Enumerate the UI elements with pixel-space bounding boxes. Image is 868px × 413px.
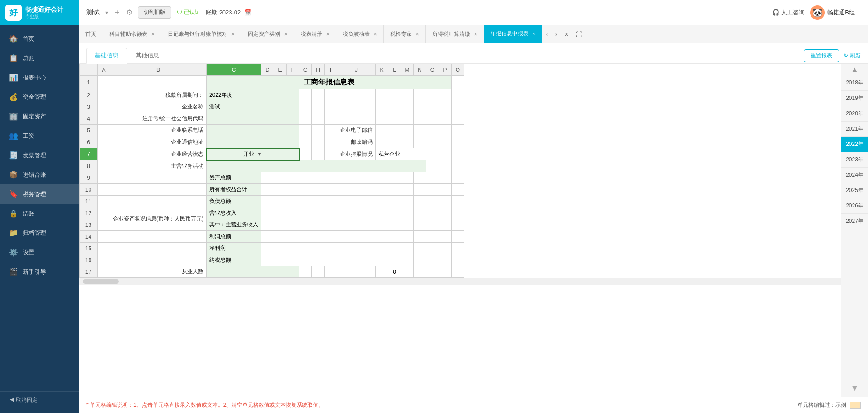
tab-tax-return[interactable]: 税表清册 ✕ bbox=[294, 25, 336, 43]
cell-14C[interactable]: 利润总额 bbox=[207, 231, 261, 243]
cell-3M[interactable] bbox=[401, 101, 414, 113]
cell-5I[interactable] bbox=[325, 125, 337, 136]
tab-journal-bank[interactable]: 日记账与银行对账单核对 ✕ bbox=[161, 25, 241, 43]
sidebar-item-tax[interactable]: 🔖 税务管理 bbox=[0, 184, 79, 204]
cell-7H[interactable] bbox=[312, 148, 325, 160]
cell-17M[interactable] bbox=[401, 266, 414, 278]
cell-17O[interactable] bbox=[426, 266, 439, 278]
sidebar-item-inventory[interactable]: 📦 进销台账 bbox=[0, 165, 79, 184]
cell-5G[interactable] bbox=[299, 125, 312, 136]
cell-3G[interactable] bbox=[299, 101, 312, 113]
tab-close-icon[interactable]: ✕ bbox=[474, 32, 477, 37]
cell-5M[interactable] bbox=[401, 125, 414, 136]
cell-17G[interactable] bbox=[299, 266, 312, 278]
cell-3L[interactable] bbox=[388, 101, 401, 113]
tab-tax-fluctuation[interactable]: 税负波动表 ✕ bbox=[336, 25, 384, 43]
cell-14N[interactable] bbox=[414, 231, 426, 243]
cell-9C[interactable]: 资产总额 bbox=[207, 172, 261, 184]
cell-7Q[interactable] bbox=[452, 148, 464, 160]
cell-8P[interactable] bbox=[439, 160, 452, 172]
sidebar-item-invoice[interactable]: 🧾 发票管理 bbox=[0, 145, 79, 165]
cell-11O[interactable] bbox=[426, 196, 439, 207]
cell-5B[interactable]: 企业联系电话 bbox=[110, 125, 207, 136]
col-header-F[interactable]: F bbox=[287, 64, 299, 76]
col-header-L[interactable]: L bbox=[388, 64, 401, 76]
switch-oldver-button[interactable]: 切到旧版 bbox=[138, 6, 171, 19]
refresh-button[interactable]: ↻ 刷新 bbox=[844, 52, 861, 60]
cell-4O[interactable] bbox=[426, 113, 439, 125]
cell-13D[interactable] bbox=[261, 219, 414, 231]
cell-3I[interactable] bbox=[325, 101, 337, 113]
cell-4H[interactable] bbox=[312, 113, 325, 125]
cell-7J[interactable]: 企业控股情况 bbox=[337, 148, 376, 160]
cell-2M[interactable] bbox=[401, 89, 414, 101]
cell-6Q[interactable] bbox=[452, 136, 464, 148]
cell-3J[interactable] bbox=[337, 101, 376, 113]
cell-14O[interactable] bbox=[426, 231, 439, 243]
cell-3Q[interactable] bbox=[452, 101, 464, 113]
cell-3P[interactable] bbox=[439, 101, 452, 113]
cell-5Q[interactable] bbox=[452, 125, 464, 136]
cell-15A[interactable] bbox=[98, 243, 110, 254]
cell-9N[interactable] bbox=[414, 172, 426, 184]
cell-4A[interactable] bbox=[98, 113, 110, 125]
tab-close-icon[interactable]: ✕ bbox=[151, 32, 155, 37]
col-header-E[interactable]: E bbox=[274, 64, 287, 76]
cell-5N[interactable] bbox=[414, 125, 426, 136]
tab-close-icon[interactable]: ✕ bbox=[532, 31, 536, 36]
cell-11B[interactable] bbox=[110, 196, 207, 207]
cell-6A[interactable] bbox=[98, 136, 110, 148]
col-header-H[interactable]: H bbox=[312, 64, 325, 76]
row-header[interactable]: 5 bbox=[80, 125, 98, 136]
cell-5L[interactable] bbox=[388, 125, 401, 136]
year-item-2023[interactable]: 2023年 bbox=[841, 152, 868, 168]
cell-6C[interactable] bbox=[207, 136, 299, 148]
col-header-N[interactable]: N bbox=[414, 64, 426, 76]
topbar-add-button[interactable]: ＋ bbox=[113, 8, 121, 17]
cell-10B[interactable] bbox=[110, 184, 207, 196]
row-header[interactable]: 4 bbox=[80, 113, 98, 125]
cell-15D[interactable] bbox=[261, 243, 414, 254]
cell-16C[interactable]: 纳税总额 bbox=[207, 254, 261, 266]
cell-6G[interactable] bbox=[299, 136, 312, 148]
cell-13Q[interactable] bbox=[452, 219, 464, 231]
cell-10D[interactable] bbox=[261, 184, 414, 196]
sidebar-item-payroll[interactable]: 👥 工资 bbox=[0, 126, 79, 145]
cell-12N[interactable] bbox=[414, 207, 426, 219]
year-panel-up-button[interactable]: ▲ bbox=[841, 64, 868, 75]
col-header-C[interactable]: C bbox=[207, 64, 261, 76]
cell-15O[interactable] bbox=[426, 243, 439, 254]
tab-close-all-button[interactable]: ✕ bbox=[561, 25, 572, 43]
cell-6I[interactable] bbox=[325, 136, 337, 148]
year-item-2025[interactable]: 2025年 bbox=[841, 183, 868, 198]
col-header-D[interactable]: D bbox=[261, 64, 274, 76]
row-header[interactable]: 8 bbox=[80, 160, 98, 172]
cell-2Q[interactable] bbox=[452, 89, 464, 101]
cell-3H[interactable] bbox=[312, 101, 325, 113]
cell-3O[interactable] bbox=[426, 101, 439, 113]
cell-4I[interactable] bbox=[325, 113, 337, 125]
cell-6N[interactable] bbox=[414, 136, 426, 148]
cell-17B[interactable]: 从业人数 bbox=[110, 266, 207, 278]
cell-16O[interactable] bbox=[426, 254, 439, 266]
cell-6K[interactable] bbox=[376, 136, 388, 148]
cell-6P[interactable] bbox=[439, 136, 452, 148]
row-header[interactable]: 3 bbox=[80, 101, 98, 113]
sidebar-item-settings[interactable]: ⚙️ 设置 bbox=[0, 243, 79, 262]
cell-17I[interactable] bbox=[325, 266, 337, 278]
tab-annual-report[interactable]: 年报信息申报表 ✕ bbox=[484, 25, 542, 43]
cell-10C[interactable]: 所有者权益合计 bbox=[207, 184, 261, 196]
cell-3N[interactable] bbox=[414, 101, 426, 113]
cell-1A[interactable] bbox=[98, 76, 110, 89]
cell-15C[interactable]: 净利润 bbox=[207, 243, 261, 254]
cell-11A[interactable] bbox=[98, 196, 110, 207]
scrollbar-thumb[interactable] bbox=[83, 279, 119, 284]
cell-13A[interactable] bbox=[98, 219, 110, 231]
topbar-dropdown-arrow[interactable]: ▾ bbox=[105, 9, 108, 16]
cell-14Q[interactable] bbox=[452, 231, 464, 243]
sidebar-item-reports[interactable]: 📊 报表中心 bbox=[0, 68, 79, 87]
cell-17C[interactable] bbox=[207, 266, 299, 278]
cell-4M[interactable] bbox=[401, 113, 414, 125]
cell-2I[interactable] bbox=[325, 89, 337, 101]
cell-8B[interactable]: 主营业务活动 bbox=[110, 160, 207, 172]
